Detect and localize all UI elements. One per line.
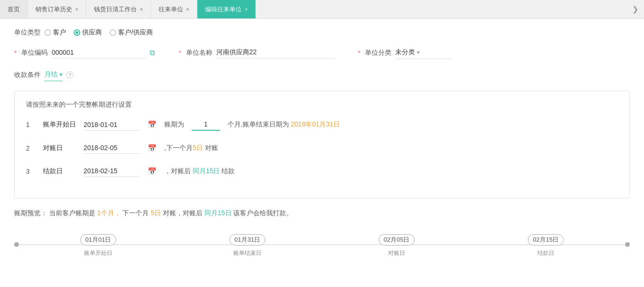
unit-category-group: * 单位分类 未分类 ▾ [358, 46, 452, 59]
period-desc-2: ,下一个月5日 对账 [164, 144, 218, 152]
period-settings-box: 请按照未来的一个完整帐期进行设置 1 账单开始日 📅 账期为 个月,账单结束日期… [14, 91, 630, 198]
period-day-3: 同月15日 [193, 167, 220, 175]
unit-code-group: * 单位编码 ⧉ [14, 47, 155, 59]
radio-supplier-circle [74, 29, 80, 36]
radio-supplier[interactable]: 供应商 [74, 28, 102, 37]
timeline-label-1: 账单开始日 [84, 249, 112, 257]
unit-code-input[interactable] [51, 47, 146, 59]
tab-bar: 首页 销售订单历史 × 钱货日清工作台 × 往来单位 × 编辑往来单位 × ❯ [0, 0, 644, 19]
preview-text-3: 对账，对账后 [163, 209, 203, 217]
period-date-2[interactable] [84, 142, 140, 154]
calendar-icon-3[interactable]: 📅 [148, 167, 157, 176]
timeline: 01月01日 账单开始日 01月31日 账单结束日 02月05日 对账日 02月… [14, 229, 630, 267]
calendar-icon-1[interactable]: 📅 [148, 120, 157, 129]
unit-code-label: 单位编码 [21, 49, 48, 57]
unit-category-star: * [358, 49, 360, 57]
preview-text-1: 当前客户账期是 [49, 209, 95, 217]
period-label-3: 结款日 [43, 167, 76, 176]
period-num-3: 3 [26, 168, 35, 175]
calendar-icon-2[interactable]: 📅 [148, 144, 157, 152]
tab-cash-ledger[interactable]: 钱货日清工作台 × [86, 0, 151, 18]
preview-text-4: 该客户会给我打款。 [233, 209, 293, 217]
tab-sales-history-label: 销售订单历史 [35, 5, 72, 14]
tab-sales-history[interactable]: 销售订单历史 × [28, 0, 86, 18]
period-date-1[interactable] [84, 119, 140, 131]
period-row-1: 1 账单开始日 📅 账期为 个月,账单结束日期为 2018年01月31日 [26, 118, 618, 131]
unit-name-group: * 单位名称 [178, 47, 334, 59]
unit-type-group: 单位类型 客户 供应商 客户/供应商 [14, 28, 153, 37]
period-label-2: 对账日 [43, 144, 76, 152]
unit-info-row: * 单位编码 ⧉ * 单位名称 * 单位分类 未分类 ▾ [14, 46, 630, 59]
radio-customer[interactable]: 客户 [44, 28, 66, 37]
tab-home[interactable]: 首页 [0, 0, 28, 18]
radio-supplier-label: 供应商 [82, 28, 102, 37]
radio-customer-label: 客户 [53, 28, 66, 37]
tab-edit-counterpart[interactable]: 编辑往来单位 × [197, 0, 256, 18]
period-day-2: 5日 [193, 144, 203, 152]
period-row-3: 3 结款日 📅 ，对账后 同月15日 结款 [26, 165, 618, 177]
timeline-badge-1: 01月01日 [80, 234, 117, 245]
copy-icon[interactable]: ⧉ [150, 49, 155, 57]
payment-terms-help-icon[interactable]: ? [66, 71, 74, 79]
unit-category-select[interactable]: 未分类 ▾ [395, 46, 452, 59]
period-box-title: 请按照未来的一个完整帐期进行设置 [26, 101, 618, 109]
preview-section: 账期预览： 当前客户账期是 1个月， 下一个月 5日 对账，对账后 同月15日 … [14, 208, 630, 218]
tab-sales-history-close[interactable]: × [75, 6, 78, 13]
period-desc-before-1: 账期为 [164, 120, 184, 129]
tab-home-label: 首页 [8, 5, 20, 14]
period-num-1: 1 [26, 121, 35, 128]
timeline-badge-4: 02月15日 [528, 234, 564, 245]
period-end-date: 2018年01月31日 [291, 120, 340, 128]
radio-customer-circle [44, 29, 51, 36]
radio-both-label: 客户/供应商 [118, 28, 153, 37]
unit-type-row: 单位类型 客户 供应商 客户/供应商 [14, 28, 630, 37]
period-desc-3: ，对账后 同月15日 结款 [164, 167, 235, 176]
tab-expand-button[interactable]: ❯ [627, 5, 644, 14]
timeline-point-4: 02月15日 结款日 [528, 234, 564, 257]
period-date-3[interactable] [84, 165, 140, 177]
payment-terms-select[interactable]: 月结 ▾ [44, 68, 62, 81]
timeline-badge-2: 01月31日 [229, 234, 266, 245]
period-row-2: 2 对账日 📅 ,下一个月5日 对账 [26, 142, 618, 154]
timeline-point-2: 01月31日 账单结束日 [229, 234, 266, 257]
payment-terms-row: 收款条件 月结 ▾ ? [14, 68, 630, 81]
unit-name-label: 单位名称 [186, 49, 212, 57]
unit-name-star: * [178, 49, 181, 57]
timeline-label-2: 账单结束日 [233, 249, 262, 257]
timeline-label-4: 结款日 [537, 249, 554, 257]
unit-type-label: 单位类型 [14, 28, 41, 37]
payment-terms-group: 收款条件 月结 ▾ ? [14, 68, 74, 81]
tab-counterpart-label: 往来单位 [159, 5, 183, 14]
tab-cash-ledger-label: 钱货日清工作台 [94, 5, 137, 14]
preview-highlight-3: 同月15日 [204, 209, 232, 217]
timeline-badge-3: 02月05日 [379, 234, 415, 245]
tab-edit-counterpart-close[interactable]: × [245, 6, 248, 13]
preview-text-2: 下一个月 [122, 209, 149, 217]
tab-counterpart-close[interactable]: × [186, 6, 189, 13]
unit-category-chevron: ▾ [417, 49, 420, 56]
main-content: 单位类型 客户 供应商 客户/供应商 * 单位编码 [0, 19, 644, 287]
radio-group-unit-type: 客户 供应商 客户/供应商 [44, 28, 153, 37]
unit-code-star: * [14, 49, 17, 57]
preview-highlight-1: 1个月， [97, 209, 121, 217]
tab-counterpart[interactable]: 往来单位 × [151, 0, 197, 18]
period-months-input[interactable] [192, 118, 220, 131]
radio-both-circle [110, 29, 116, 36]
timeline-end-dot [625, 242, 630, 247]
timeline-point-3: 02月05日 对账日 [379, 234, 415, 257]
unit-category-value: 未分类 [395, 48, 415, 57]
period-desc-after-1: 个月,账单结束日期为 2018年01月31日 [228, 120, 340, 129]
timeline-label-3: 对账日 [388, 249, 405, 257]
preview-label: 账期预览： [14, 209, 47, 217]
preview-highlight-2: 5日 [151, 209, 161, 217]
period-label-1: 账单开始日 [43, 120, 76, 129]
payment-terms-label: 收款条件 [14, 71, 41, 79]
unit-category-label: 单位分类 [365, 49, 391, 57]
unit-name-input[interactable] [216, 47, 334, 59]
radio-both[interactable]: 客户/供应商 [110, 28, 153, 37]
tab-cash-ledger-close[interactable]: × [140, 6, 143, 13]
tab-edit-counterpart-label: 编辑往来单位 [205, 5, 242, 14]
payment-terms-chevron: ▾ [59, 71, 62, 78]
timeline-start-dot [14, 242, 19, 247]
payment-terms-value: 月结 [44, 70, 58, 79]
